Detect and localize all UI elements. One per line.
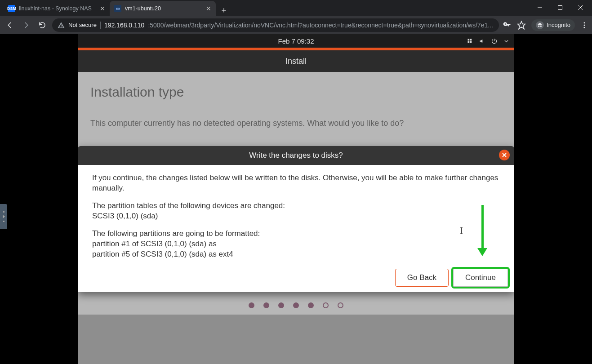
tab-strip: DSM linuxhint-nas - Synology NAS ✕ ▭ vm1… bbox=[4, 0, 230, 16]
url-path: :5000/webman/3rdparty/Virtualization/noV… bbox=[148, 22, 493, 29]
dialog-titlebar: Write the changes to disks? bbox=[78, 146, 514, 165]
status-area[interactable] bbox=[467, 34, 510, 48]
back-button[interactable] bbox=[4, 19, 16, 31]
tab-close-icon[interactable]: ✕ bbox=[206, 5, 211, 12]
dialog-body: If you continue, the changes listed belo… bbox=[78, 165, 514, 269]
window-minimize-button[interactable] bbox=[530, 1, 550, 14]
confirm-dialog: Write the changes to disks? If you conti… bbox=[78, 146, 514, 292]
dialog-actions: Go Back Continue bbox=[78, 269, 514, 292]
browser-toolbar: Not secure 192.168.0.110:5000/webman/3rd… bbox=[0, 16, 592, 34]
progress-indicator bbox=[78, 302, 514, 308]
incognito-icon bbox=[536, 21, 544, 29]
installer-titlebar: Install bbox=[78, 50, 514, 72]
tab-close-icon[interactable]: ✕ bbox=[100, 5, 105, 12]
page-subtext: This computer currently has no detected … bbox=[90, 119, 502, 128]
ubuntu-top-bar: Feb 7 09:32 bbox=[78, 34, 514, 48]
text: partition #1 of SCSI3 (0,1,0) (sda) as bbox=[92, 240, 217, 248]
text: SCSI3 (0,1,0) (sda) bbox=[92, 212, 158, 220]
close-icon bbox=[502, 152, 507, 158]
step-dot bbox=[308, 302, 314, 308]
svg-point-6 bbox=[584, 24, 585, 26]
security-label: Not secure bbox=[68, 22, 97, 28]
dialog-close-button[interactable] bbox=[499, 150, 510, 160]
tab-label: vm1-ubuntu20 bbox=[125, 5, 161, 12]
favicon: ▭ bbox=[114, 5, 121, 12]
menu-icon[interactable] bbox=[580, 21, 588, 29]
clock-label: Feb 7 09:32 bbox=[278, 37, 314, 45]
page-content: Feb 7 09:32 Install Installation type Th… bbox=[0, 34, 592, 364]
network-icon bbox=[467, 38, 473, 44]
dialog-title: Write the changes to disks? bbox=[249, 151, 343, 160]
url-host: 192.168.0.110 bbox=[104, 22, 145, 29]
page-heading: Installation type bbox=[90, 84, 502, 100]
star-icon[interactable] bbox=[517, 21, 526, 30]
address-bar[interactable]: Not secure 192.168.0.110:5000/webman/3rd… bbox=[52, 18, 499, 32]
step-dot bbox=[293, 302, 299, 308]
novnc-panel-toggle[interactable] bbox=[0, 204, 7, 229]
installer-title: Install bbox=[285, 57, 307, 66]
text: The partition tables of the following de… bbox=[92, 201, 285, 210]
continue-button[interactable]: Continue bbox=[453, 269, 508, 287]
svg-point-5 bbox=[584, 22, 585, 23]
text: partition #5 of SCSI3 (0,1,0) (sda) as e… bbox=[92, 250, 233, 258]
step-dot bbox=[338, 302, 343, 308]
step-dot bbox=[249, 302, 254, 308]
step-dot bbox=[263, 302, 269, 308]
chevron-down-icon bbox=[503, 38, 510, 44]
step-dot bbox=[323, 302, 329, 308]
warning-icon bbox=[58, 22, 65, 29]
incognito-badge[interactable]: Incognito bbox=[531, 19, 575, 31]
dialog-paragraph: The following partitions are going to be… bbox=[92, 229, 500, 260]
power-icon bbox=[491, 38, 498, 44]
text: The following partitions are going to be… bbox=[92, 229, 260, 238]
favicon: DSM bbox=[8, 5, 15, 12]
svg-rect-1 bbox=[558, 5, 562, 9]
annotation-arrow bbox=[477, 205, 487, 256]
volume-icon bbox=[479, 38, 485, 44]
separator bbox=[100, 22, 101, 29]
forward-button[interactable] bbox=[20, 19, 32, 31]
tab-label: linuxhint-nas - Synology NAS bbox=[19, 5, 92, 12]
incognito-label: Incognito bbox=[547, 22, 570, 28]
window-maximize-button[interactable] bbox=[550, 1, 570, 14]
svg-point-7 bbox=[584, 27, 585, 28]
vnc-viewport[interactable]: Feb 7 09:32 Install Installation type Th… bbox=[78, 34, 514, 364]
browser-tab[interactable]: ▭ vm1-ubuntu20 ✕ bbox=[110, 1, 216, 16]
reload-button[interactable] bbox=[36, 19, 49, 31]
browser-tab[interactable]: DSM linuxhint-nas - Synology NAS ✕ bbox=[4, 1, 110, 16]
new-tab-button[interactable]: ＋ bbox=[218, 4, 230, 16]
dialog-paragraph: The partition tables of the following de… bbox=[92, 201, 500, 222]
window-close-button[interactable] bbox=[570, 1, 590, 14]
go-back-button[interactable]: Go Back bbox=[395, 269, 449, 287]
svg-marker-4 bbox=[518, 21, 525, 29]
dialog-paragraph: If you continue, the changes listed belo… bbox=[92, 173, 500, 194]
step-dot bbox=[278, 302, 284, 308]
text-cursor-icon: I bbox=[460, 225, 463, 236]
key-icon[interactable] bbox=[503, 21, 512, 30]
